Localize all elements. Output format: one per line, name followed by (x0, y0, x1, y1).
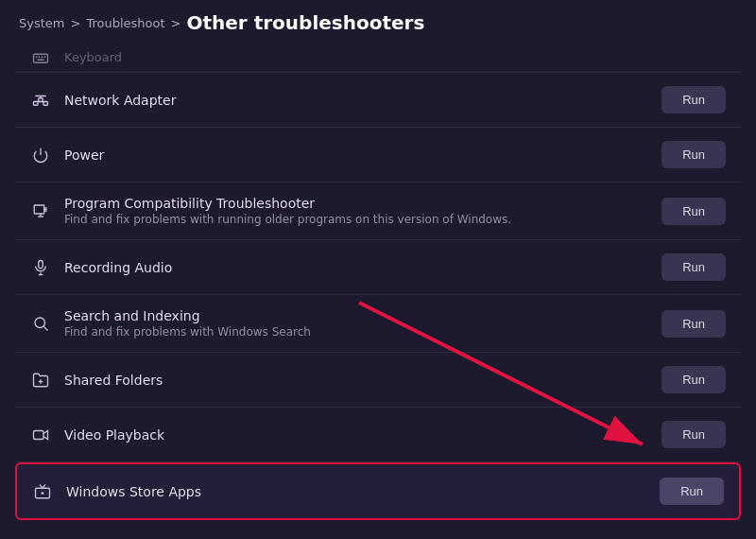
video-playback-run-button[interactable]: Run (662, 421, 726, 448)
list-item-recording-audio: Recording Audio Run (15, 240, 741, 295)
shared-folders-run-button[interactable]: Run (662, 366, 726, 393)
breadcrumb-sep2: > (171, 16, 181, 30)
svg-rect-27 (34, 430, 44, 439)
header: System > Troubleshoot > Other troublesho… (0, 0, 756, 43)
list-item-keyboard-partial: Keyboard (15, 43, 741, 72)
power-title: Power (64, 148, 104, 163)
breadcrumb-troubleshoot[interactable]: Troubleshoot (86, 16, 164, 30)
power-icon (30, 145, 51, 165)
list-item-program-compat: Program Compatibility Troubleshooter Fin… (15, 183, 741, 240)
keyboard-icon (30, 47, 51, 68)
breadcrumb-current: Other troubleshooters (186, 11, 424, 34)
windows-store-apps-run-button[interactable]: Run (660, 478, 724, 505)
network-adapter-run-button[interactable]: Run (662, 86, 726, 113)
svg-rect-0 (34, 54, 48, 62)
network-adapter-title: Network Adapter (64, 93, 176, 108)
compat-icon (30, 200, 51, 221)
list-item-windows-store-apps: Windows Store Apps Run (15, 462, 741, 520)
program-compat-title: Program Compatibility Troubleshooter (64, 196, 511, 211)
windows-store-apps-title: Windows Store Apps (66, 484, 201, 499)
privacy-title: Privacy resources (64, 533, 281, 535)
network-icon (30, 90, 51, 111)
folder-icon (30, 370, 51, 391)
recording-audio-run-button[interactable]: Run (662, 253, 726, 281)
shared-folders-title: Shared Folders (64, 373, 163, 388)
power-run-button[interactable]: Run (662, 141, 726, 168)
content-area: Keyboard Network Adapter Run (0, 43, 756, 535)
video-icon (30, 425, 51, 445)
svg-point-23 (35, 318, 45, 328)
program-compat-run-button[interactable]: Run (662, 198, 726, 225)
breadcrumb-sep1: > (70, 16, 80, 30)
list-item-privacy: Privacy resources About these settings a… (15, 520, 741, 535)
list-item-shared-folders: Shared Folders Run (15, 353, 741, 408)
list-item-video-playback: Video Playback Run (15, 408, 741, 462)
search-indexing-run-button[interactable]: Run (662, 310, 726, 338)
search-icon (30, 313, 51, 334)
search-indexing-title: Search and Indexing (64, 308, 311, 323)
mic-icon (30, 257, 51, 278)
list-item-search-indexing: Search and Indexing Find and fix problem… (15, 295, 741, 353)
program-compat-desc: Find and fix problems with running older… (64, 213, 511, 226)
breadcrumb-system[interactable]: System (19, 16, 64, 30)
video-playback-title: Video Playback (64, 427, 164, 443)
keyboard-title: Keyboard (64, 50, 122, 64)
recording-audio-title: Recording Audio (64, 260, 172, 275)
search-indexing-desc: Find and fix problems with Windows Searc… (64, 325, 311, 339)
svg-line-24 (43, 326, 47, 330)
svg-rect-14 (34, 205, 44, 214)
store-icon (32, 481, 53, 502)
list-item-network-adapter: Network Adapter Run (15, 72, 741, 128)
svg-rect-20 (39, 260, 43, 268)
list-item-power: Power Run (15, 128, 741, 183)
